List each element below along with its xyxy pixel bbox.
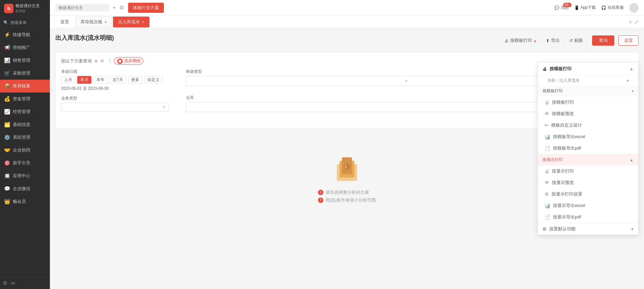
biz-type-field-label: 业务类型	[61, 96, 179, 101]
filter-add-btn[interactable]: +	[94, 58, 97, 64]
print-dropdown-arrow-icon[interactable]: ▲	[533, 39, 537, 43]
sidebar-item-collab[interactable]: 🤝 企业协同	[0, 144, 50, 157]
display-export-excel-item[interactable]: 📊 按显示导出excel	[538, 200, 638, 211]
display-print-icon: 🖨	[545, 168, 549, 174]
biz-type-dropdown[interactable]: ▾	[61, 103, 169, 111]
sidebar-item-member[interactable]: 👑 畅会员	[0, 195, 50, 208]
refresh-btn[interactable]: ↺ 刷新	[569, 37, 583, 44]
tab-inventory-batch[interactable]: 库存批次账 ×	[76, 17, 112, 27]
app-download-icon: 📱	[574, 5, 579, 10]
print-dropdown-footer[interactable]: ⚙ 设置默认功能 ▾	[538, 223, 638, 235]
print-current-template[interactable]: 当前：出入库流水 ▾	[538, 76, 638, 85]
display-print-settings-label: 按显示打印设置	[552, 191, 582, 197]
sidebar-item-wechat[interactable]: 💬 企业微信	[0, 182, 50, 195]
sidebar-item-sales[interactable]: 📊 销售管理	[0, 54, 50, 67]
collapse-sidebar-icon[interactable]: ⇔	[11, 280, 15, 286]
trial-btn[interactable]: 体验行业方案	[128, 3, 164, 13]
display-preview-label: 按显示预览	[552, 180, 574, 186]
filter-tag-label: 流水明细	[124, 58, 140, 64]
page-title: 出入库流水(流水明细)	[55, 34, 114, 42]
online-service-btn[interactable]: 🎧 在线客服	[601, 5, 624, 10]
search-input[interactable]	[55, 4, 109, 11]
print-dropdown-header-left: 🖨 按模板打印	[543, 66, 572, 72]
query-btn[interactable]: 查询	[592, 35, 614, 46]
sidebar-item-system[interactable]: ⚙️ 系统管理	[0, 131, 50, 144]
filter-tag[interactable]: ⭕ 流水明细	[114, 57, 143, 65]
sidebar-item-marketing[interactable]: 📢 营销推广	[0, 41, 50, 54]
window-maximize-btn[interactable]: ⤢	[635, 19, 639, 25]
tab-stock-flow[interactable]: 出入库流水 ×	[113, 17, 149, 27]
empty-tip-2: 2 用[选]条件来缩小分析范围	[318, 196, 376, 204]
template-export-pdf-item[interactable]: 📄 按模板导出pdf	[538, 142, 638, 154]
template-export-excel-item[interactable]: 📊 按模板导出excel	[538, 131, 638, 142]
date-range: 2023-06-01 至 2023-06-30	[61, 86, 179, 91]
sidebar-item-finance[interactable]: 💰 资金管理	[0, 93, 50, 105]
search-icon: 🔍	[3, 20, 8, 25]
date-btn-7days[interactable]: 近7天	[110, 76, 126, 84]
display-print-settings-item[interactable]: ⚙ 按显示打印设置	[538, 188, 638, 200]
window-close-btn[interactable]: ×	[629, 19, 632, 25]
filter-gear-icon[interactable]: ⚙	[100, 58, 104, 63]
date-btn-last-month[interactable]: 上月	[61, 76, 75, 84]
tab-stock-flow-close[interactable]: ×	[142, 20, 144, 24]
main-area: ▾ ⚙ 体验行业方案 💬 消息 99+ 📱 App下载 🎧 在线客服 首页	[50, 0, 644, 289]
tab-inventory-batch-close[interactable]: ×	[105, 20, 107, 24]
empty-tip-2-text: 用[选]条件来缩小分析范围	[325, 196, 376, 204]
svg-point-3	[344, 163, 350, 170]
template-print-item-label: 按模板打印	[552, 99, 574, 105]
date-btn-this-month[interactable]: 本月	[77, 76, 91, 84]
display-export-pdf-icon: 📄	[545, 214, 550, 220]
empty-icon: !	[330, 154, 364, 184]
app-download-btn[interactable]: 📱 App下载	[574, 5, 596, 10]
export-btn[interactable]: ⬆ 导出	[546, 37, 560, 44]
display-section-label: 按显示打印	[543, 157, 563, 163]
message-btn[interactable]: 💬 消息 99+	[554, 5, 569, 10]
display-print-section-header[interactable]: 按显示打印 ▲	[538, 154, 638, 165]
settings-btn[interactable]: 设置	[618, 35, 639, 46]
date-btn-more[interactable]: 更多	[128, 76, 142, 84]
display-export-pdf-item[interactable]: 📄 按显示导出pdf	[538, 211, 638, 223]
display-print-item[interactable]: 🖨 按显示打印	[538, 165, 638, 177]
template-custom-item[interactable]: ✏ 模板自定义设计	[538, 120, 638, 131]
sidebar-item-label: 经营管理	[13, 109, 30, 115]
template-print-section: 按模板打印 ▾ 🖨 按模板打印 👁 按模板预览 ✏ 模板自定义设计 📊	[538, 85, 638, 154]
date-btn-custom[interactable]: 自定义	[144, 76, 163, 84]
tab-stock-flow-label: 出入库流水	[118, 19, 140, 25]
empty-tip-1-text: 请先选择要分析的方案	[325, 188, 369, 196]
date-buttons: 上月 本月 本年 近7天 更多 自定义	[61, 76, 179, 84]
page-content: 出入库流水(流水明细) 🖨 按模板打印 ▲ | ⬆ 导出 | ↺	[50, 28, 644, 289]
template-print-item[interactable]: 🖨 按模板打印	[538, 97, 638, 108]
filter-collapse-icon[interactable]: 《	[107, 58, 111, 64]
sales-icon: 📊	[4, 57, 10, 63]
sidebar-item-quick-nav[interactable]: ⚡ 快捷导航	[0, 28, 50, 41]
sidebar-item-label: 营销推广	[13, 45, 30, 51]
template-export-pdf-icon: 📄	[545, 146, 550, 151]
sidebar-item-basic[interactable]: 🗂️ 基础信息	[0, 118, 50, 131]
sidebar-item-label: 快捷导航	[13, 32, 30, 38]
print-btn[interactable]: 🖨 按模板打印 ▲	[504, 37, 537, 44]
template-preview-item[interactable]: 👁 按模板预览	[538, 108, 638, 120]
user-avatar[interactable]	[629, 3, 639, 12]
empty-tips: 1 请先选择要分析的方案 2 用[选]条件来缩小分析范围	[318, 188, 376, 204]
settings-bottom-icon[interactable]: ⚙	[3, 280, 7, 286]
print-dropdown-header[interactable]: 🖨 按模板打印 ▲	[538, 62, 638, 76]
dropdown-chevron-icon[interactable]: ▾	[113, 5, 115, 10]
display-preview-item[interactable]: 👁 按显示预览	[538, 177, 638, 188]
topbar-gear-icon[interactable]: ⚙	[119, 4, 124, 11]
sidebar-item-purchase[interactable]: 🛒 采购管理	[0, 67, 50, 80]
sidebar-search[interactable]: 🔍 搜索菜单	[0, 17, 50, 28]
sidebar-item-newbie[interactable]: 🎯 新手引导	[0, 157, 50, 169]
sidebar-item-label: 采购管理	[13, 70, 30, 76]
template-section-arrow: ▾	[632, 89, 634, 94]
sidebar-item-app-center[interactable]: 🔲 应用中心	[0, 169, 50, 182]
tab-home[interactable]: 首页	[55, 17, 74, 27]
sidebar-item-operation[interactable]: 📈 经营管理	[0, 105, 50, 118]
print-dropdown-title: 按模板打印	[550, 66, 572, 72]
tabs-bar: 首页 库存批次账 × 出入库流水 × × ⤢	[50, 16, 644, 28]
operation-icon: 📈	[4, 109, 10, 115]
template-custom-icon: ✏	[545, 123, 549, 128]
top-actions-right: 🖨 按模板打印 ▲ | ⬆ 导出 | ↺ 刷新 | 查询	[504, 35, 639, 46]
date-btn-this-year[interactable]: 本年	[93, 76, 108, 84]
sidebar-item-inventory[interactable]: 📦 库存核算	[0, 80, 50, 93]
template-print-section-header[interactable]: 按模板打印 ▾	[538, 85, 638, 97]
